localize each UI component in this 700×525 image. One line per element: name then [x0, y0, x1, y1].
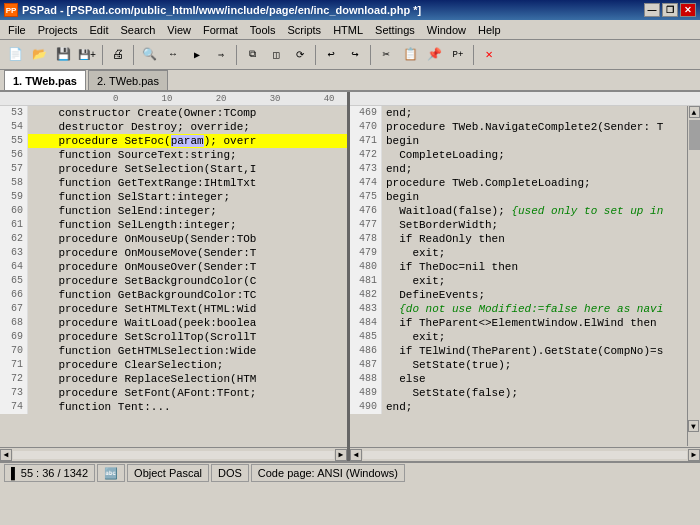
- right-code-line-475: 475begin: [350, 190, 700, 204]
- diff-button[interactable]: ◫: [265, 44, 287, 66]
- left-code-content[interactable]: 53 constructor Create(Owner:TComp 54 des…: [0, 106, 347, 460]
- copy-button[interactable]: 📋: [399, 44, 421, 66]
- print-button[interactable]: 🖨: [107, 44, 129, 66]
- code-line-60: 60 function SelEnd:integer;: [0, 204, 347, 218]
- codepage-label: Code page: ANSI (Windows): [258, 467, 398, 479]
- status-language: Object Pascal: [127, 464, 209, 482]
- minimize-button[interactable]: —: [644, 3, 660, 17]
- open-button[interactable]: 📂: [28, 44, 50, 66]
- code-line-59: 59 function SelStart:integer;: [0, 190, 347, 204]
- menu-search[interactable]: Search: [114, 22, 161, 38]
- save-all-button[interactable]: 💾+: [76, 44, 98, 66]
- right-code-line-482: 482 DefineEvents;: [350, 288, 700, 302]
- right-code-line-472: 472 CompleteLoading;: [350, 148, 700, 162]
- cut-button[interactable]: ✂: [375, 44, 397, 66]
- vscroll-thumb[interactable]: [689, 120, 700, 150]
- right-code-line-470: 470procedure TWeb.NavigateComplete2(Send…: [350, 120, 700, 134]
- right-hscroll-right-arrow[interactable]: ▶: [688, 449, 700, 461]
- code-line-70: 70 function GetHTMLSelection:Wide: [0, 344, 347, 358]
- right-vscrollbar[interactable]: ▲ ▼: [687, 106, 700, 446]
- right-code-line-488: 488 else: [350, 372, 700, 386]
- right-code-line-480: 480 if TheDoc=nil then: [350, 260, 700, 274]
- right-code-line-471: 471begin: [350, 134, 700, 148]
- menu-format[interactable]: Format: [197, 22, 244, 38]
- menu-window[interactable]: Window: [421, 22, 472, 38]
- toolbar: 📄 📂 💾 💾+ 🖨 🔍 ↔ ▶ ⇒ ⧉ ◫ ⟳ ↩ ↪ ✂ 📋 📌 P+ ✕: [0, 40, 700, 70]
- sync-button[interactable]: ⟳: [289, 44, 311, 66]
- right-ruler: [350, 92, 700, 106]
- code-line-74: 74 function Tent:...: [0, 400, 347, 414]
- compare-button[interactable]: ⧉: [241, 44, 263, 66]
- vscroll-down-arrow[interactable]: ▼: [688, 420, 699, 432]
- position-label: 55 : 36 / 1342: [21, 467, 88, 479]
- tab-1[interactable]: 1. TWeb.pas: [4, 70, 86, 90]
- code-line-57: 57 procedure SetSelection(Start,I: [0, 162, 347, 176]
- right-code-line-478: 478 if ReadOnly then: [350, 232, 700, 246]
- redo-button[interactable]: ↪: [344, 44, 366, 66]
- new-button[interactable]: 📄: [4, 44, 26, 66]
- encoding-label: DOS: [218, 467, 242, 479]
- right-editor-pane: 469end; 470procedure TWeb.NavigateComple…: [350, 92, 700, 461]
- right-code-line-483: 483 {do not use Modified:=false here as …: [350, 302, 700, 316]
- left-hscrollbar[interactable]: ◀ ▶: [0, 447, 347, 461]
- window-title: PSPad - [PSPad.com/public_html/www/inclu…: [22, 4, 421, 16]
- code-line-62: 62 procedure OnMouseUp(Sender:TOb: [0, 232, 347, 246]
- right-code-line-486: 486 if TElWind(TheParent).GetState(CompN…: [350, 344, 700, 358]
- close-file-button[interactable]: ✕: [478, 44, 500, 66]
- app-icon: PP: [4, 3, 18, 17]
- menu-edit[interactable]: Edit: [83, 22, 114, 38]
- menu-settings[interactable]: Settings: [369, 22, 421, 38]
- menu-view[interactable]: View: [161, 22, 197, 38]
- menu-file[interactable]: File: [2, 22, 32, 38]
- code-line-63: 63 procedure OnMouseMove(Sender:T: [0, 246, 347, 260]
- code-line-72: 72 procedure ReplaceSelection(HTM: [0, 372, 347, 386]
- status-position: ▌ 55 : 36 / 1342: [4, 464, 95, 482]
- language-label: Object Pascal: [134, 467, 202, 479]
- status-encoding-icon: 🔤: [97, 464, 125, 482]
- right-code-content[interactable]: 469end; 470procedure TWeb.NavigateComple…: [350, 106, 700, 446]
- code-line-56: 56 function SourceText:string;: [0, 148, 347, 162]
- hscroll-right-arrow[interactable]: ▶: [335, 449, 347, 461]
- save-button[interactable]: 💾: [52, 44, 74, 66]
- menu-tools[interactable]: Tools: [244, 22, 282, 38]
- goto-button[interactable]: ⇒: [210, 44, 232, 66]
- paste-button[interactable]: 📌: [423, 44, 445, 66]
- code-line-73: 73 procedure SetFont(AFont:TFont;: [0, 386, 347, 400]
- replace-button[interactable]: ↔: [162, 44, 184, 66]
- left-ruler: 0 10 20 30 40: [0, 92, 347, 106]
- vscroll-up-arrow[interactable]: ▲: [689, 106, 700, 118]
- undo-button[interactable]: ↩: [320, 44, 342, 66]
- encoding-icon: 🔤: [104, 467, 118, 480]
- right-code-line-479: 479 exit;: [350, 246, 700, 260]
- cursor-icon: ▌: [11, 467, 19, 479]
- menu-help[interactable]: Help: [472, 22, 507, 38]
- code-line-64: 64 procedure OnMouseOver(Sender:T: [0, 260, 347, 274]
- right-code-line-489: 489 SetState(false);: [350, 386, 700, 400]
- code-line-54: 54 destructor Destroy; override;: [0, 120, 347, 134]
- hscroll-left-arrow[interactable]: ◀: [0, 449, 12, 461]
- code-line-55: 55 procedure SetFoc(param); overr: [0, 134, 347, 148]
- find-next-button[interactable]: ▶: [186, 44, 208, 66]
- menu-scripts[interactable]: Scripts: [282, 22, 328, 38]
- close-button[interactable]: ✕: [680, 3, 696, 17]
- search-button[interactable]: 🔍: [138, 44, 160, 66]
- menu-projects[interactable]: Projects: [32, 22, 84, 38]
- menu-html[interactable]: HTML: [327, 22, 369, 38]
- code-line-53: 53 constructor Create(Owner:TComp: [0, 106, 347, 120]
- menu-bar: File Projects Edit Search View Format To…: [0, 20, 700, 40]
- tab-2[interactable]: 2. TWeb.pas: [88, 70, 168, 90]
- restore-button[interactable]: ❐: [662, 3, 678, 17]
- right-code-line-474: 474procedure TWeb.CompleteLoading;: [350, 176, 700, 190]
- paste-html-button[interactable]: P+: [447, 44, 469, 66]
- tab-bar: 1. TWeb.pas 2. TWeb.pas: [0, 70, 700, 92]
- right-code-line-477: 477 SetBorderWidth;: [350, 218, 700, 232]
- title-bar: PP PSPad - [PSPad.com/public_html/www/in…: [0, 0, 700, 20]
- right-hscrollbar[interactable]: ◀ ▶: [350, 447, 700, 461]
- status-bar: ▌ 55 : 36 / 1342 🔤 Object Pascal DOS Cod…: [0, 461, 700, 483]
- code-line-69: 69 procedure SetScrollTop(ScrollT: [0, 330, 347, 344]
- code-line-65: 65 procedure SetBackgroundColor(C: [0, 274, 347, 288]
- status-codepage: Code page: ANSI (Windows): [251, 464, 405, 482]
- left-editor-pane: 0 10 20 30 40 53 constructor Create(Owne…: [0, 92, 350, 461]
- right-hscroll-left-arrow[interactable]: ◀: [350, 449, 362, 461]
- code-line-66: 66 function GetBackgroundColor:TC: [0, 288, 347, 302]
